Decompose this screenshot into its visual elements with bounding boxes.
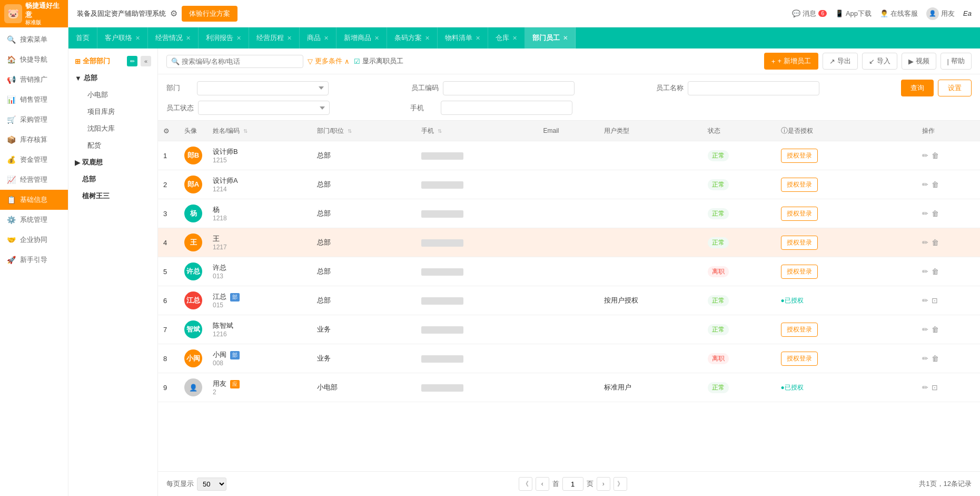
sidebar-item-finance[interactable]: 💰 资金管理 bbox=[0, 150, 68, 170]
table-settings-icon[interactable]: ⚙ bbox=[163, 127, 170, 135]
tree-group-shuanglu[interactable]: ▶ 双鹿想 bbox=[68, 154, 157, 171]
page-number-input[interactable] bbox=[562, 477, 583, 491]
tab-close-employees[interactable]: ✕ bbox=[563, 35, 568, 42]
tab-close-customer[interactable]: ✕ bbox=[135, 35, 140, 42]
tab-history[interactable]: 经营历程 ✕ bbox=[249, 27, 300, 48]
tab-customer[interactable]: 客户联络 ✕ bbox=[97, 27, 148, 48]
delete-icon[interactable]: 🗑 bbox=[932, 209, 939, 218]
delete-icon[interactable]: 🗑 bbox=[932, 180, 939, 189]
last-page-button[interactable]: 》 bbox=[613, 477, 627, 491]
tree-item-project-room[interactable]: 项目库房 bbox=[77, 103, 157, 120]
add-employee-button[interactable]: + + 新增员工 bbox=[764, 53, 818, 70]
filter-dept-select[interactable] bbox=[197, 81, 329, 95]
delete-icon[interactable]: 🗑 bbox=[932, 267, 939, 276]
filter-more-btn[interactable]: ▽ 更多条件 ∧ bbox=[308, 56, 350, 66]
tab-bom[interactable]: 物料清单 ✕ bbox=[438, 27, 488, 48]
tab-goods[interactable]: 商品 ✕ bbox=[300, 27, 336, 48]
tree-collapse-btn[interactable]: « bbox=[141, 56, 151, 66]
help-button[interactable]: | 帮助 bbox=[941, 53, 972, 70]
auth-button[interactable]: 授权登录 bbox=[781, 149, 818, 163]
app-download-btn[interactable]: 📱 App下载 bbox=[835, 9, 872, 18]
sidebar-item-sales[interactable]: 📊 销售管理 bbox=[0, 90, 68, 110]
edit-icon[interactable]: ✏ bbox=[922, 354, 928, 363]
sidebar-item-operations[interactable]: 📈 经营管理 bbox=[0, 170, 68, 190]
settings-button[interactable]: ⚙ bbox=[170, 8, 177, 18]
tree-edit-btn[interactable]: ✏ bbox=[127, 56, 137, 66]
sidebar-item-collab[interactable]: 🤝 企业协同 bbox=[0, 230, 68, 250]
message-btn[interactable]: 💬 消息 6 bbox=[792, 9, 827, 18]
video-button[interactable]: ▶ 视频 bbox=[902, 53, 936, 70]
tree-item-small-elec[interactable]: 小电部 bbox=[77, 86, 157, 103]
sidebar-item-search[interactable]: 🔍 搜索菜单 bbox=[0, 30, 68, 50]
user-menu-btn[interactable]: 👤 用友 bbox=[926, 7, 955, 20]
tab-close-warehouse[interactable]: ✕ bbox=[512, 35, 517, 42]
tab-employees[interactable]: 部门员工 ✕ bbox=[525, 27, 576, 48]
tab-close-barcode[interactable]: ✕ bbox=[425, 35, 430, 42]
edit-icon[interactable]: ✏ bbox=[922, 383, 928, 392]
copy-icon[interactable]: ⊡ bbox=[932, 383, 938, 392]
sidebar-item-guide[interactable]: 🚀 新手引导 bbox=[0, 250, 68, 270]
edit-icon[interactable]: ✏ bbox=[922, 151, 928, 160]
tab-barcode[interactable]: 条码方案 ✕ bbox=[387, 27, 438, 48]
auth-button[interactable]: 授权登录 bbox=[781, 178, 818, 192]
import-button[interactable]: ↙ 导入 bbox=[862, 53, 897, 70]
search-input[interactable] bbox=[182, 57, 299, 65]
filter-code-input[interactable] bbox=[443, 81, 575, 95]
tab-operations[interactable]: 经营情况 ✕ bbox=[148, 27, 199, 48]
tab-home[interactable]: 首页 bbox=[68, 27, 97, 48]
export-button[interactable]: ↗ 导出 bbox=[823, 53, 858, 70]
filter-name-input[interactable] bbox=[688, 81, 819, 95]
row-ops: ✏⊡ bbox=[917, 286, 980, 315]
sidebar-item-nav[interactable]: 🏠 快捷导航 bbox=[0, 50, 68, 70]
show-disabled-checkbox[interactable]: ☑ 显示离职员工 bbox=[354, 56, 403, 66]
copy-icon[interactable]: ⊡ bbox=[932, 296, 938, 305]
online-service-btn[interactable]: 👨‍💼 在线客服 bbox=[880, 9, 918, 18]
trial-button[interactable]: 体验行业方案 bbox=[182, 6, 237, 22]
tab-profit[interactable]: 利润报告 ✕ bbox=[199, 27, 249, 48]
tab-add-goods[interactable]: 新增商品 ✕ bbox=[336, 27, 387, 48]
delete-icon[interactable]: 🗑 bbox=[932, 354, 939, 363]
filter-status-select[interactable] bbox=[198, 101, 330, 115]
edit-icon[interactable]: ✏ bbox=[922, 325, 928, 334]
sidebar-item-inventory[interactable]: 📦 库存核算 bbox=[0, 130, 68, 150]
auth-button[interactable]: 授权登录 bbox=[781, 323, 818, 337]
row-phone bbox=[416, 373, 538, 402]
edit-icon[interactable]: ✏ bbox=[922, 209, 928, 218]
tab-close-bom[interactable]: ✕ bbox=[476, 35, 480, 42]
tab-close-profit[interactable]: ✕ bbox=[236, 35, 241, 42]
sidebar-item-purchase[interactable]: 🛒 采购管理 bbox=[0, 110, 68, 130]
sidebar-item-system[interactable]: ⚙️ 系统管理 bbox=[0, 210, 68, 230]
first-page-button[interactable]: 《 bbox=[519, 477, 532, 491]
tree-group-hq[interactable]: ▶ 总部 bbox=[68, 171, 157, 188]
filter-status-label: 员工状态 bbox=[166, 103, 194, 113]
auth-button[interactable]: 授权登录 bbox=[781, 352, 818, 366]
tab-close-operations[interactable]: ✕ bbox=[186, 35, 191, 42]
edit-icon[interactable]: ✏ bbox=[922, 267, 928, 276]
delete-icon[interactable]: 🗑 bbox=[932, 325, 939, 334]
auth-button[interactable]: 授权登录 bbox=[781, 236, 818, 250]
search-button[interactable]: 查询 bbox=[901, 80, 934, 96]
edit-icon[interactable]: ✏ bbox=[922, 296, 928, 305]
sidebar-item-marketing[interactable]: 📢 营销推广 bbox=[0, 70, 68, 90]
tab-close-goods[interactable]: ✕ bbox=[324, 35, 329, 42]
row-name: 设计师B1215 bbox=[207, 141, 312, 170]
tree-group-zhishu[interactable]: ▶ 植树王三 bbox=[68, 188, 157, 205]
auth-button[interactable]: 授权登录 bbox=[781, 207, 818, 221]
next-page-button[interactable]: › bbox=[597, 477, 610, 491]
tab-close-history[interactable]: ✕ bbox=[287, 35, 292, 42]
filter-settings-button[interactable]: 设置 bbox=[938, 80, 972, 96]
tree-group-general[interactable]: ▼ 总部 bbox=[68, 70, 157, 86]
tab-warehouse[interactable]: 仓库 ✕ bbox=[488, 27, 525, 48]
tree-item-shenyang[interactable]: 沈阳大库 bbox=[77, 120, 157, 137]
prev-page-button[interactable]: ‹ bbox=[536, 477, 549, 491]
filter-phone-input[interactable] bbox=[441, 101, 572, 115]
delete-icon[interactable]: 🗑 bbox=[932, 238, 939, 247]
tab-close-add-goods[interactable]: ✕ bbox=[374, 35, 379, 42]
edit-icon[interactable]: ✏ bbox=[922, 180, 928, 189]
per-page-select[interactable]: 50 100 200 bbox=[197, 478, 226, 491]
edit-icon[interactable]: ✏ bbox=[922, 238, 928, 247]
auth-button[interactable]: 授权登录 bbox=[781, 265, 818, 279]
tree-item-distribution[interactable]: 配货 bbox=[77, 137, 157, 154]
sidebar-item-basic-info[interactable]: 📋 基础信息 bbox=[0, 190, 68, 210]
delete-icon[interactable]: 🗑 bbox=[932, 151, 939, 160]
